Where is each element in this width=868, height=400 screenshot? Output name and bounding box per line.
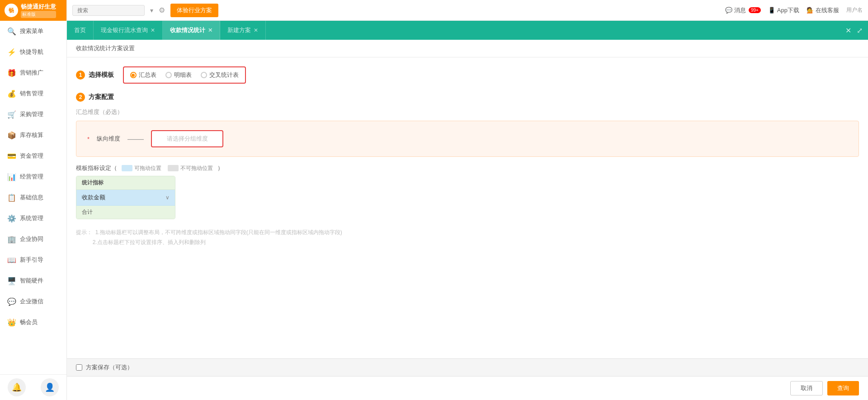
logo-icon: 畅 [5, 4, 18, 17]
step1-title: 选择模板 [89, 71, 114, 79]
step1-section: 1 选择模板 汇总表 明细表 [76, 66, 859, 84]
sidebar-item-member[interactable]: 👑 畅会员 [0, 312, 66, 333]
page-footer: 方案保存（可选） [67, 358, 868, 376]
step1-number: 1 [76, 71, 85, 80]
legend-nodrag: 不可拖动位置 [168, 165, 213, 172]
sidebar-footer-btn-1[interactable]: 🔔 [8, 378, 26, 396]
sidebar-item-hardware[interactable]: 🖥️ 智能硬件 [0, 270, 66, 291]
sidebar-footer-btn-2[interactable]: 👤 [41, 378, 59, 396]
sidebar-item-wechat[interactable]: 💬 企业微信 [0, 291, 66, 312]
radio-detail-label: 明细表 [174, 71, 192, 79]
logo-badge: 标准版 [21, 11, 56, 18]
sidebar-item-guide[interactable]: 📖 新手引导 [0, 249, 66, 270]
legend-drag-label: 可拖动位置 [134, 165, 161, 172]
radio-cross-circle [201, 72, 207, 78]
online-service-label: 在线客服 [816, 6, 839, 14]
sidebar-item-label: 资金管理 [20, 152, 43, 160]
enterprise-icon: 🏢 [7, 235, 16, 244]
sidebar-item-label: 企业微信 [20, 297, 43, 306]
online-service-icon: 💁 [807, 7, 814, 14]
indicator-header: 模板指标设定（ 可拖动位置 不可拖动位置 ） [76, 164, 859, 172]
dimension-select-placeholder: 请选择分组维度 [167, 135, 208, 143]
tab-new-plan-label: 新建方案 [227, 26, 251, 34]
legend-nodrag-box [168, 165, 179, 171]
indicator-table-header: 统计指标 [76, 176, 175, 190]
sidebar-item-label: 营销推广 [20, 69, 43, 77]
sidebar-nav: 🔍 搜索菜单 ⚡ 快捷导航 🎁 营销推广 💰 销售管理 🛒 采购管理 📦 库存核… [0, 21, 66, 374]
sidebar-item-label: 畅会员 [20, 318, 38, 326]
tab-collection-stat[interactable]: 收款情况统计 ✕ [163, 21, 220, 40]
online-service-item[interactable]: 💁 在线客服 [807, 6, 839, 14]
indicator-table: 统计指标 收款金额 ∨ 合计 [76, 176, 175, 219]
dimension-select[interactable]: 请选择分组维度 [151, 130, 223, 147]
sidebar-item-system[interactable]: ⚙️ 系统管理 [0, 208, 66, 229]
sidebar-item-label: 销售管理 [20, 89, 43, 98]
topbar-right: 💬 消息 99+ 📱 App下载 💁 在线客服 用户名 [725, 6, 863, 14]
tab-bank-flow-close[interactable]: ✕ [151, 27, 155, 33]
sidebar-item-finance[interactable]: 💳 资金管理 [0, 146, 66, 166]
indicator-cell-chevron[interactable]: ∨ [165, 194, 170, 201]
dimension-required-mark: * [87, 136, 90, 142]
notification-item[interactable]: 💬 消息 99+ [725, 6, 761, 14]
radio-detail-circle [165, 72, 172, 78]
tab-home[interactable]: 首页 [67, 21, 94, 40]
sidebar-item-label: 系统管理 [20, 214, 43, 222]
tab-new-plan[interactable]: 新建方案 ✕ [220, 21, 266, 40]
sidebar-item-marketing[interactable]: 🎁 营销推广 [0, 62, 66, 83]
legend-drag-box [122, 165, 132, 171]
legend-nodrag-label: 不可拖动位置 [180, 165, 213, 172]
radio-summary[interactable]: 汇总表 [130, 71, 156, 79]
sidebar-item-purchase[interactable]: 🛒 采购管理 [0, 104, 66, 125]
trial-button[interactable]: 体验行业方案 [170, 4, 218, 17]
app-download-item[interactable]: 📱 App下载 [768, 6, 799, 14]
sidebar-logo: 畅 畅捷通好生意 标准版 [0, 0, 66, 21]
dimension-section-label: 汇总维度（必选） [76, 108, 859, 116]
sidebar-item-sales[interactable]: 💰 销售管理 [0, 83, 66, 104]
wechat-icon: 💬 [7, 297, 16, 306]
main-area: ▾ ⚙ 体验行业方案 💬 消息 99+ 📱 App下载 💁 在线客服 用户名 首… [67, 0, 868, 400]
indicator-cell-collection[interactable]: 收款金额 ∨ [76, 190, 175, 206]
sidebar-item-quick-nav[interactable]: ⚡ 快捷导航 [0, 42, 66, 62]
indicator-subtotal: 合计 [76, 206, 175, 219]
sidebar-footer: 🔔 👤 [0, 374, 66, 400]
indicator-section: 模板指标设定（ 可拖动位置 不可拖动位置 ） [76, 164, 859, 221]
tab-collection-stat-close[interactable]: ✕ [208, 27, 212, 33]
sidebar-item-base-info[interactable]: 📋 基础信息 [0, 187, 66, 208]
sidebar-item-search[interactable]: 🔍 搜索菜单 [0, 21, 66, 42]
base-info-icon: 📋 [7, 193, 16, 202]
save-plan-checkbox[interactable] [76, 364, 82, 371]
tab-bank-flow[interactable]: 现金银行流水查询 ✕ [94, 21, 163, 40]
hint-1: 提示： 1.拖动标题栏可以调整布局，不可跨维度或指标区域拖动同字段(只能在同一维… [76, 228, 859, 238]
operation-icon: 📊 [7, 173, 16, 181]
topbar: ▾ ⚙ 体验行业方案 💬 消息 99+ 📱 App下载 💁 在线客服 用户名 [67, 0, 868, 21]
sidebar-item-inventory[interactable]: 📦 库存核算 [0, 125, 66, 146]
topbar-dropdown-icon[interactable]: ▾ [150, 7, 153, 14]
sales-icon: 💰 [7, 89, 16, 98]
template-radio-group: 汇总表 明细表 交叉统计表 [123, 66, 246, 84]
dimension-vertical-label: 纵向维度 [97, 135, 120, 143]
page-header-title: 收款情况统计方案设置 [76, 45, 135, 52]
query-button[interactable]: 查询 [827, 381, 859, 395]
radio-cross[interactable]: 交叉统计表 [201, 71, 239, 79]
sidebar: 畅 畅捷通好生意 标准版 🔍 搜索菜单 ⚡ 快捷导航 🎁 营销推广 💰 销售管理… [0, 0, 67, 400]
cancel-button[interactable]: 取消 [790, 381, 823, 395]
marketing-icon: 🎁 [7, 69, 16, 77]
quick-nav-icon: ⚡ [7, 48, 16, 56]
topbar-gear-icon[interactable]: ⚙ [159, 6, 165, 14]
dimension-row: * 纵向维度 —— 请选择分组维度 [87, 130, 848, 147]
tabs-close-btn[interactable]: ✕ [845, 26, 851, 35]
radio-cross-label: 交叉统计表 [209, 71, 239, 79]
tabs-expand-btn[interactable]: ⤢ [857, 26, 863, 35]
step2-section: 2 方案配置 汇总维度（必选） * 纵向维度 —— 请选择分组维度 [76, 93, 859, 247]
hint-area: 提示： 1.拖动标题栏可以调整布局，不可跨维度或指标区域拖动同字段(只能在同一维… [76, 228, 859, 247]
dimension-area: * 纵向维度 —— 请选择分组维度 [76, 121, 859, 157]
tab-new-plan-close[interactable]: ✕ [254, 27, 258, 33]
notification-label: 消息 [734, 6, 746, 14]
radio-detail[interactable]: 明细表 [165, 71, 192, 79]
topbar-search-input[interactable] [72, 5, 145, 16]
tabs: 首页 现金银行流水查询 ✕ 收款情况统计 ✕ 新建方案 ✕ ✕ ⤢ [67, 21, 868, 40]
sidebar-item-operation[interactable]: 📊 经营管理 [0, 166, 66, 187]
indicator-legend: 可拖动位置 不可拖动位置 [122, 165, 213, 172]
indicator-header-suffix: ） [217, 164, 223, 172]
sidebar-item-enterprise[interactable]: 🏢 企业协同 [0, 229, 66, 249]
